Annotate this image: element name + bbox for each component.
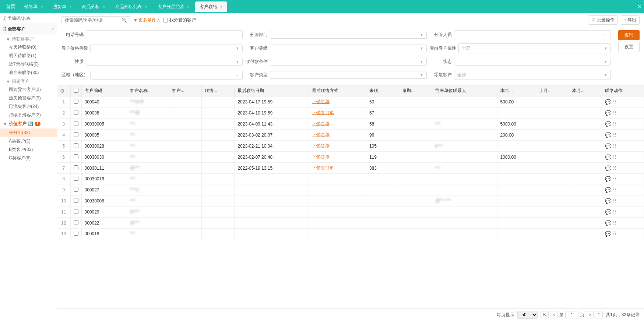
cust-level-select[interactable]: ▼ (270, 45, 427, 52)
message-icon[interactable]: 💬 (605, 220, 611, 226)
person-select[interactable]: ··· (454, 30, 611, 39)
th-type[interactable]: 客户... (169, 85, 201, 96)
message-icon[interactable]: 💬 (605, 165, 611, 171)
tab-customer-contact[interactable]: 客户联络 × (195, 1, 227, 12)
reset-button[interactable]: 设置 (618, 42, 640, 52)
grid-action-icon[interactable]: ⠿ (613, 209, 616, 215)
nature-select[interactable]: ▼ (86, 58, 243, 66)
grid-action-icon[interactable]: ⠿ (613, 110, 616, 116)
status-select[interactable]: ▼ (454, 58, 611, 66)
search-input[interactable] (65, 18, 120, 23)
refresh-icon[interactable]: 🔄 (28, 121, 33, 126)
sidebar-item-overdue-pending[interactable]: 逾期未联络(30) (0, 68, 57, 77)
cust-type-select[interactable]: ▼ (270, 71, 427, 79)
row-checkbox[interactable] (74, 154, 78, 159)
message-icon[interactable]: 💬 (605, 209, 611, 215)
th-year[interactable]: 本年... (497, 85, 536, 96)
last-method-link[interactable]: 下销货单 (312, 154, 330, 159)
first-page-button[interactable]: K (541, 311, 549, 318)
grid-action-icon[interactable]: ⠿ (613, 99, 616, 105)
my-customers-check[interactable] (163, 18, 168, 22)
sidebar-item-declining[interactable]: 持续下滑客户(2) (0, 111, 57, 119)
row-checkbox[interactable] (74, 187, 78, 192)
row-checkbox[interactable] (74, 176, 78, 181)
message-icon[interactable]: 💬 (605, 132, 611, 138)
row-checkbox[interactable] (74, 165, 78, 170)
message-icon[interactable]: 💬 (605, 99, 611, 105)
th-contact[interactable]: 联络... (202, 85, 235, 96)
sidebar-all-customers[interactable]: ⠿ 全部客户 « (0, 24, 57, 35)
retail-attr-select[interactable]: 全部▼ (458, 43, 611, 53)
grid-action-icon[interactable]: ⠿ (613, 143, 616, 149)
grid-action-icon[interactable]: ⠿ (613, 154, 616, 160)
th-unlinked[interactable]: 未联... (366, 85, 399, 96)
close-icon[interactable]: × (220, 4, 222, 9)
message-icon[interactable]: 💬 (605, 231, 611, 237)
sidebar-item-abnormal[interactable]: 囤购异常客户(2) (0, 85, 57, 94)
th-this-month[interactable]: 本月... (569, 85, 602, 96)
batch-ops-button[interactable]: ☑ 批量操作 (588, 15, 617, 25)
collapse-icon[interactable]: « (52, 27, 54, 31)
row-checkbox[interactable] (74, 198, 78, 203)
close-icon[interactable]: × (145, 4, 147, 9)
price-level-select[interactable]: ▼ (90, 45, 243, 52)
message-icon[interactable]: 💬 (605, 143, 611, 149)
row-checkbox[interactable] (74, 209, 78, 214)
last-method-link[interactable]: 下销货单 (312, 99, 330, 104)
page-input[interactable] (565, 311, 578, 318)
th-overdue[interactable]: 逾期... (399, 85, 432, 96)
grid-action-icon[interactable]: ⠿ (613, 121, 616, 127)
grid-action-icon[interactable]: ⠿ (613, 220, 616, 226)
message-icon[interactable]: 💬 (605, 198, 611, 204)
last-method-link[interactable]: 下销售订单 (312, 165, 334, 170)
home-tab[interactable]: 首页 (3, 3, 18, 10)
sidebar-item-group-b[interactable]: B类客户(33) (0, 145, 57, 154)
region-select[interactable]: ··· (90, 71, 243, 80)
sidebar-item-group-c[interactable]: C类客户(6) (0, 154, 57, 162)
grid-action-icon[interactable]: ⠿ (613, 187, 616, 193)
last-method-link[interactable]: 下销货单 (312, 143, 330, 148)
close-icon[interactable]: × (69, 4, 71, 9)
sidebar-search-input[interactable] (3, 16, 57, 21)
th-last-date[interactable]: 最后联络日期 (235, 85, 309, 96)
last-page-button[interactable]: 1 (595, 311, 603, 318)
grid-action-icon[interactable]: ⠿ (613, 176, 616, 182)
row-checkbox[interactable] (74, 220, 78, 225)
tab-sales-order[interactable]: 销售单 × (20, 1, 47, 12)
per-page-select[interactable]: 50 100 200 (517, 311, 538, 319)
search-icon[interactable]: 🔍 (122, 18, 127, 23)
row-checkbox[interactable] (74, 143, 78, 148)
row-checkbox[interactable] (74, 99, 78, 104)
message-icon[interactable]: 💬 (605, 187, 611, 193)
th-last-method[interactable]: 最后联络方式 (309, 85, 366, 96)
last-method-link[interactable]: 下销货单 (312, 132, 330, 137)
th-last-month[interactable]: 上月... (536, 85, 569, 96)
settings-icon[interactable]: ⚙ (60, 88, 65, 94)
dept-select[interactable]: ▼ (270, 31, 427, 39)
row-checkbox[interactable] (74, 231, 78, 236)
sidebar-item-today-pending[interactable]: 今天待联络(0) (0, 43, 57, 52)
message-icon[interactable]: 💬 (605, 110, 611, 116)
close-icon[interactable]: × (103, 4, 105, 9)
next-page-button[interactable]: > (586, 311, 594, 318)
my-customers-checkbox[interactable]: 我分管的客户 (163, 17, 196, 23)
sidebar-item-7days-pending[interactable]: 近7天待联络(0) (0, 60, 57, 68)
th-settings[interactable]: ⚙ (57, 85, 70, 96)
sidebar-item-ungroup[interactable]: 未分组(32) (0, 128, 57, 137)
grid-action-icon[interactable]: ⠿ (613, 231, 616, 237)
tab-purchase-order[interactable]: 进货单 × (49, 1, 76, 12)
th-partner[interactable]: 往来单位联系人 (432, 85, 497, 96)
grid-action-icon[interactable]: ⠿ (613, 198, 616, 204)
message-icon[interactable]: 💬 (605, 121, 611, 127)
phone-input[interactable] (86, 30, 243, 39)
grid-action-icon[interactable]: ⠿ (613, 165, 616, 171)
tab-product-analysis[interactable]: 商品分析 × (78, 1, 109, 12)
message-icon[interactable]: 💬 (605, 154, 611, 160)
prev-page-button[interactable]: < (550, 311, 558, 318)
close-icon[interactable]: × (187, 4, 189, 9)
grid-action-icon[interactable]: ⠿ (613, 132, 616, 138)
close-icon[interactable]: × (41, 4, 43, 9)
th-name[interactable]: 客户名称 (127, 85, 169, 96)
sidebar-item-lost[interactable]: 已流失客户(24) (0, 102, 57, 111)
last-method-link[interactable]: 下销售订单 (312, 110, 334, 115)
